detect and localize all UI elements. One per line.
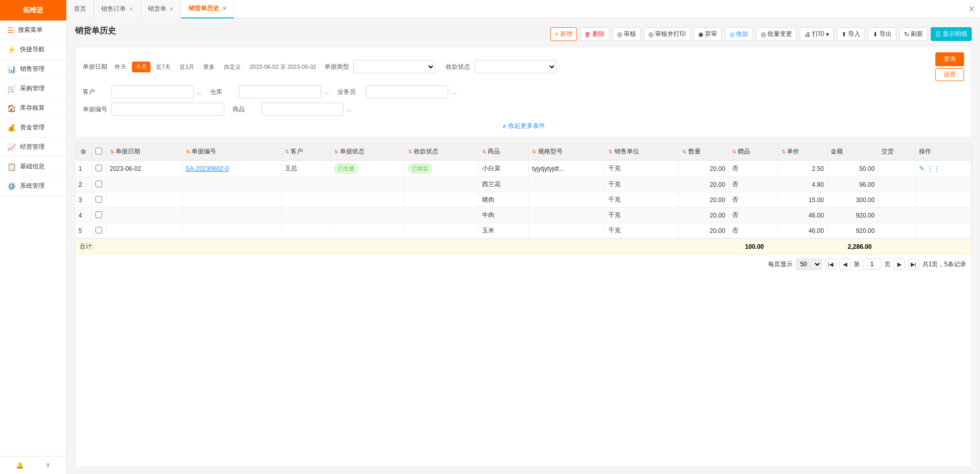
col-settings[interactable]: ⚙ [75,143,92,161]
salesperson-dots[interactable]: ... [451,88,456,95]
customer-dots[interactable]: ... [197,88,202,95]
show-detail-button[interactable]: ☰ 显示明细 [931,27,972,41]
cell-checkbox[interactable] [92,192,106,208]
col-sales-unit[interactable]: ⇅ 销售单位 [605,143,679,161]
collapse-button[interactable]: ∧ 收起更多条件 [498,120,549,132]
main-content: 首页 销售订单 ✕ 销货单 ✕ 销货单历史 ✕ ✕ 销货单历史 + 新增 [67,0,980,474]
sidebar-item-purchase-mgmt[interactable]: 🛒 采购管理 [0,79,66,98]
delete-button[interactable]: 🗑 删除 [580,27,609,41]
sidebar-item-basic-info[interactable]: 📋 基础信息 [0,157,66,176]
sales-mgmt-icon: 📊 [7,65,16,73]
tab-sales-delivery[interactable]: 销货单 ✕ [141,0,181,18]
date-btn-today[interactable]: 今天 [132,62,150,72]
col-payment-status[interactable]: ⇅ 收款状态 [405,143,478,161]
pagination: 每页显示 50 100 |◀ ◀ 第 页 ▶ ▶| 共1页，5条记录 [75,254,971,274]
tab-sales-order[interactable]: 销售订单 ✕ [94,0,141,18]
audit-button[interactable]: ◎ 审核 [612,27,641,41]
row-checkbox-4[interactable] [95,227,102,233]
data-table-container: ⚙ ⇅ 单据日期 ⇅ 单据编号 ⇅ 客户 ⇅ 单据状态 ⇅ 收款状态 ⇅ 商品 … [75,143,972,467]
col-checkbox[interactable] [92,143,106,161]
select-all-checkbox[interactable] [95,148,102,154]
date-btn-yesterday[interactable]: 昨天 [111,62,130,72]
col-doc-date[interactable]: ⇅ 单据日期 [106,143,182,161]
row-checkbox-0[interactable] [95,165,102,171]
cell-action [916,223,971,239]
per-page-select[interactable]: 50 100 [796,259,822,270]
date-btn-1month[interactable]: 近1月 [176,62,198,72]
delete-icon: 🗑 [585,31,591,38]
cell-checkbox[interactable] [92,223,106,239]
refresh-button[interactable]: ↻ 刷新 [899,27,928,41]
date-btn-more[interactable]: 更多 [200,62,218,72]
col-quantity[interactable]: ⇅ 数量 [679,143,728,161]
new-button[interactable]: + 新增 [550,27,577,41]
import-button[interactable]: ⬆ 导入 [837,27,865,41]
customer-input[interactable] [111,85,194,98]
doc-number-link[interactable]: SA-20230602-0 [186,165,229,172]
doc-type-select[interactable] [353,60,435,73]
first-page-btn[interactable]: |◀ [825,259,836,270]
sidebar-bottom-icon2[interactable]: ⏸ [45,462,51,469]
cell-row-num: 2 [75,177,92,192]
batch-change-button[interactable]: ◎ 批量变更 [756,27,797,41]
col-doc-status[interactable]: ⇅ 单据状态 [331,143,405,161]
cell-checkbox[interactable] [92,208,106,223]
cell-doc-number [182,208,281,223]
edit-icon[interactable]: ✎ [919,165,925,172]
col-doc-number[interactable]: ⇅ 单据编号 [182,143,281,161]
payment-status-select[interactable] [474,60,556,73]
abandon-button[interactable]: ◉ 弃审 [694,27,722,41]
sidebar-item-sales-mgmt[interactable]: 📊 销售管理 [0,60,66,79]
tab-sales-order-close[interactable]: ✕ [129,6,133,12]
row-checkbox-2[interactable] [95,196,102,203]
table-header-row: ⚙ ⇅ 单据日期 ⇅ 单据编号 ⇅ 客户 ⇅ 单据状态 ⇅ 收款状态 ⇅ 商品 … [75,143,971,161]
row-checkbox-1[interactable] [95,181,102,187]
last-page-btn[interactable]: ▶| [908,259,919,270]
sidebar-item-quick-nav[interactable]: ⚡ 快捷导航 [0,40,66,60]
col-customer[interactable]: ⇅ 客户 [281,143,331,161]
tab-sales-delivery-history-close[interactable]: ✕ [222,6,226,11]
more-icon[interactable]: ⋮⋮ [927,165,940,172]
audit-print-button[interactable]: ◎ 审核并打印 [644,27,690,41]
sidebar-item-inventory[interactable]: 🏠 库存核算 [0,98,66,118]
print-button[interactable]: 🖨 打印 ▾ [800,27,834,41]
date-btn-7days[interactable]: 近7天 [152,62,174,72]
sidebar-item-finance-mgmt[interactable]: 💰 资金管理 [0,118,66,137]
goods-dots[interactable]: ... [347,106,352,113]
cell-checkbox[interactable] [92,161,106,177]
salesperson-input[interactable] [366,85,448,98]
sidebar-bottom-icon1[interactable]: 🔔 [16,462,24,469]
row-checkbox-3[interactable] [95,211,102,218]
col-gift[interactable]: ⇅ 赠品 [728,143,778,161]
next-page-btn[interactable]: ▶ [894,259,905,270]
date-btn-custom[interactable]: 自定义 [220,62,244,72]
toolbar: + 新增 🗑 删除 ◎ 审核 ◎ 审核并打印 ◉ 弃审 [550,27,972,41]
page-number-input[interactable] [863,259,881,270]
cell-sales-unit: 千克 [605,223,679,239]
prev-page-btn[interactable]: ◀ [839,259,851,270]
filter-salesperson: 业务员 ... [337,85,456,98]
cell-gift: 否 [728,192,778,208]
filter-payment-status: 收款状态 [446,60,559,73]
col-spec-model[interactable]: ⇅ 规格型号 [529,143,605,161]
tab-home[interactable]: 首页 [67,0,94,18]
query-button[interactable]: 查询 [935,52,964,66]
col-goods[interactable]: ⇅ 商品 [478,143,528,161]
total-records: 共1页，5条记录 [923,260,966,269]
sidebar-item-search-menu[interactable]: ☰ 搜索菜单 [0,21,66,40]
tab-sales-delivery-close[interactable]: ✕ [169,6,174,12]
set-button[interactable]: 设置 [935,68,964,81]
tab-close-all[interactable]: ✕ [963,4,980,14]
warehouse-input[interactable] [239,85,321,98]
sidebar-item-system-mgmt[interactable]: ⚙️ 系统管理 [0,176,66,196]
cell-checkbox[interactable] [92,177,106,192]
export-button[interactable]: ⬇ 导出 [868,27,896,41]
collect-button[interactable]: ◎ 收款 [725,27,753,41]
collapse-icon: ∧ [502,123,507,130]
sidebar-item-operations-mgmt[interactable]: 📈 经营管理 [0,137,66,157]
tab-sales-delivery-history[interactable]: 销货单历史 ✕ [181,0,234,18]
goods-input[interactable] [261,103,343,116]
col-unit-price[interactable]: ⇅ 单价 [778,143,827,161]
warehouse-dots[interactable]: ... [324,88,329,95]
doc-number-input[interactable] [111,103,224,116]
